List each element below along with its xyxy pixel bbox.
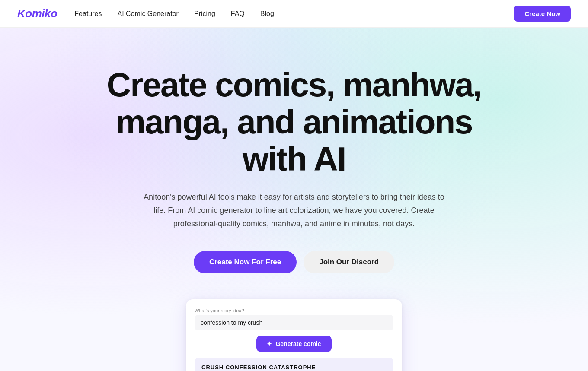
nav-link-blog[interactable]: Blog: [260, 10, 274, 17]
nav-item-pricing[interactable]: Pricing: [194, 10, 215, 18]
preview-input-label: What's your story idea?: [195, 308, 393, 313]
preview-input-row: What's your story idea? confession to my…: [195, 308, 393, 330]
join-discord-button[interactable]: Join Our Discord: [304, 251, 394, 273]
nav-item-features[interactable]: Features: [74, 10, 102, 18]
nav-link-faq[interactable]: FAQ: [231, 10, 245, 17]
nav-create-now-button[interactable]: Create Now: [514, 6, 571, 22]
preview-comic-title: CRUSH CONFESSION CATASTROPHE: [201, 364, 387, 371]
spark-icon: ✦: [267, 340, 272, 347]
nav-item-faq[interactable]: FAQ: [231, 10, 245, 18]
nav-link-pricing[interactable]: Pricing: [194, 10, 215, 17]
nav-item-blog[interactable]: Blog: [260, 10, 274, 18]
preview-generate-label: Generate comic: [275, 340, 321, 347]
nav-item-ai-comic[interactable]: AI Comic Generator: [117, 10, 178, 18]
preview-card: What's your story idea? confession to my…: [186, 299, 402, 371]
nav-link-features[interactable]: Features: [74, 10, 102, 17]
preview-bottom: CRUSH CONFESSION CATASTROPHE ◄ ►: [195, 358, 393, 371]
logo-text: Komiko: [17, 7, 57, 20]
preview-input-value[interactable]: confession to my crush: [195, 315, 393, 330]
hero-content: Create comics, manhwa, manga, and animat…: [99, 67, 489, 299]
hero-preview: What's your story idea? confession to my…: [186, 299, 402, 371]
nav-links: Features AI Comic Generator Pricing FAQ …: [74, 10, 274, 18]
navbar: Komiko Features AI Comic Generator Prici…: [0, 0, 588, 28]
nav-left: Komiko Features AI Comic Generator Prici…: [17, 7, 274, 20]
create-now-free-button[interactable]: Create Now For Free: [194, 251, 297, 273]
preview-generate-button[interactable]: ✦ Generate comic: [256, 336, 331, 352]
hero-buttons: Create Now For Free Join Our Discord: [194, 251, 394, 273]
hero-subtitle: Anitoon's powerful AI tools make it easy…: [138, 190, 450, 230]
hero-section: Create comics, manhwa, manga, and animat…: [0, 28, 588, 371]
nav-link-ai-comic[interactable]: AI Comic Generator: [117, 10, 178, 17]
logo[interactable]: Komiko: [17, 7, 57, 20]
hero-title: Create comics, manhwa, manga, and animat…: [99, 67, 489, 178]
